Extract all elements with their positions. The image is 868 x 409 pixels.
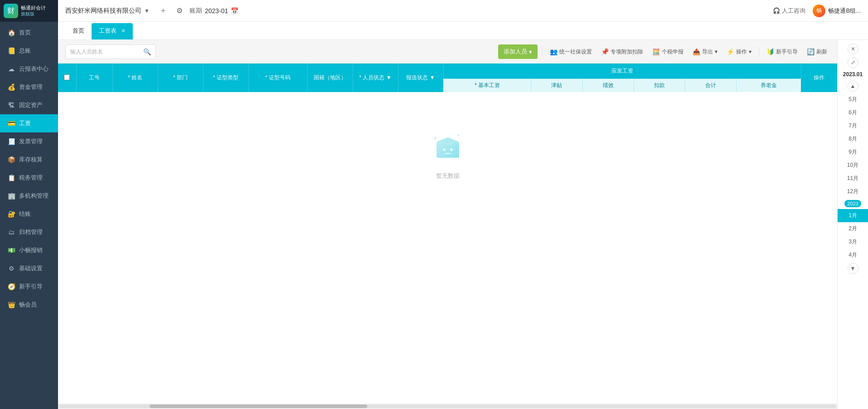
special-icon: 📌 [601,48,609,55]
nav-label-cloud-report: 云报表中心 [19,65,48,73]
month-9[interactable]: 9月 [838,146,868,159]
user-info[interactable]: 畅 畅捷通B组... [813,5,861,17]
th-checkbox[interactable] [58,63,76,92]
month-4[interactable]: 4月 [838,248,868,262]
th-cert-num: * 证型号码 [248,63,307,92]
month-10[interactable]: 10月 [838,159,868,172]
month-panel: ✕ ⤢ 2023.01 ▲ 5月 6月 7月 8月 9月 10月 11月 12月… [837,40,868,409]
select-all-checkbox[interactable] [64,74,70,80]
app-logo: 财 畅通好会计 旗舰版 [0,0,58,22]
action-special[interactable]: 📌 专项附加扣除 [598,44,646,59]
user-name: 畅捷通B组... [828,7,861,15]
sidebar-item-invoice[interactable]: 🧾发票管理 [0,132,58,151]
settings-btn[interactable]: ⚙ [173,5,186,17]
panel-expand-btn[interactable]: ⤢ [848,57,858,68]
month-5[interactable]: 5月 [838,93,868,106]
empty-state: ✦ ✦ ✦ 暂无数据 [58,92,837,216]
nav-icon-member: 👑 [7,301,15,309]
svg-point-4 [450,148,453,151]
h-scroll-thumb[interactable] [150,404,367,408]
header-actions: ＋ ⚙ [157,5,186,17]
svg-text:✦: ✦ [455,142,457,145]
action-tax[interactable]: 🧮 个税申报 [650,44,686,59]
th-allowance: 津贴 [531,79,582,93]
month-11[interactable]: 11月 [838,172,868,185]
sidebar-item-fixed-assets[interactable]: 🏗固定资产 [0,96,58,114]
year-badge[interactable]: 2023 [844,200,861,207]
sidebar-item-inventory[interactable]: 📦库存核算 [0,151,58,169]
month-1-active[interactable]: 1月 [838,209,868,222]
add-company-btn[interactable]: ＋ [157,5,170,17]
sidebar-item-tax[interactable]: 📋税务管理 [0,169,58,187]
period-value: 2023-01 [205,7,228,15]
panel-close-btn[interactable]: ✕ [848,44,858,54]
action-refresh[interactable]: 🔄 刷新 [804,44,830,59]
period-info: 账期 2023-01 📅 [189,7,238,15]
h-scrollbar[interactable] [58,404,837,409]
logo-icon: 财 [4,4,18,18]
sidebar-item-settings[interactable]: ⚙基础设置 [0,259,58,278]
nav-icon-payroll: 💳 [7,119,15,127]
sidebar-item-cloud-report[interactable]: ☁云报表中心 [0,60,58,78]
tab-payroll-label: 工资表 [99,27,116,35]
nav-icon-home: 🏠 [7,29,15,37]
th-pension: 养老金 [737,79,801,93]
user-avatar: 畅 [813,5,825,17]
add-person-arrow: ▾ [529,49,532,55]
sidebar-item-member[interactable]: 👑畅会员 [0,296,58,314]
sidebar-item-payroll[interactable]: 💳工资 [0,114,58,132]
empty-icon: ✦ ✦ ✦ [430,128,466,165]
tab-payroll[interactable]: 工资表 ✕ [92,23,133,39]
sidebar-item-archive[interactable]: 🗂归档管理 [0,223,58,241]
th-performance: 绩效 [582,79,634,93]
report-filter-icon[interactable]: ▼ [430,74,435,81]
nav-icon-cloud-report: ☁ [7,65,15,73]
nav-label-home: 首页 [19,29,31,37]
service-btn[interactable]: 🎧 人工咨询 [773,7,805,15]
nav-icon-archive: 🗂 [7,228,15,236]
sidebar-item-fund[interactable]: 💰资金管理 [0,78,58,96]
nav-label-settings: 基础设置 [19,264,43,273]
action-export[interactable]: 📤 导出 ▾ [690,44,720,59]
month-8[interactable]: 8月 [838,132,868,146]
month-7[interactable]: 7月 [838,119,868,132]
action-guide[interactable]: 🔰 新手引导 [764,44,800,59]
sidebar-item-ledger[interactable]: 📒总账 [0,42,58,60]
month-12[interactable]: 12月 [838,185,868,198]
month-scroll-down[interactable]: ▼ [848,263,858,274]
nav-icon-close: 🔐 [7,210,15,218]
app-sub: 旗舰版 [21,11,46,17]
top-header: 西安虾米网络科技有限公司 ▼ ＋ ⚙ 账期 2023-01 📅 🎧 人工咨询 畅… [58,0,868,22]
action-export-label: 导出 [702,48,713,56]
content-area: 🔍 添加人员 ▾ 👥 统一社保设置 📌 专项附加扣除 [58,40,837,409]
sidebar-nav: 🏠首页📒总账☁云报表中心💰资金管理🏗固定资产💳工资🧾发票管理📦库存核算📋税务管理… [0,22,58,409]
sidebar-item-guide[interactable]: 🧭新手引导 [0,278,58,296]
sidebar-item-close[interactable]: 🔐结账 [0,205,58,223]
action-ops[interactable]: ⚡ 操作 ▾ [724,44,754,59]
add-person-btn[interactable]: 添加人员 ▾ [498,44,538,59]
svg-text:✦: ✦ [457,133,460,137]
search-input[interactable] [70,49,143,55]
app-name: 畅通好会计 [21,5,46,11]
company-selector[interactable]: 西安虾米网络科技有限公司 ▼ [65,7,150,15]
month-6[interactable]: 6月 [838,106,868,119]
status-filter-icon[interactable]: ▼ [386,74,392,81]
main-area: 西安虾米网络科技有限公司 ▼ ＋ ⚙ 账期 2023-01 📅 🎧 人工咨询 畅… [58,0,868,409]
month-2[interactable]: 2月 [838,222,868,235]
sidebar-item-multi-org[interactable]: 🏢多机构管理 [0,187,58,205]
table-wrap: 工号 * 姓名 * 部门 * 证型类型 * 证型号码 国籍（地区） * 人员状态… [58,63,837,404]
action-social[interactable]: 👥 统一社保设置 [547,44,595,59]
calendar-icon[interactable]: 📅 [231,7,238,15]
month-scroll-up[interactable]: ▲ [848,81,858,92]
data-table: 工号 * 姓名 * 部门 * 证型类型 * 证型号码 国籍（地区） * 人员状态… [58,63,837,216]
nav-icon-guide: 🧭 [7,282,15,291]
sidebar-item-home[interactable]: 🏠首页 [0,24,58,42]
export-arrow: ▾ [715,49,718,55]
sidebar-item-expense[interactable]: 💵小畅报销 [0,241,58,259]
tab-close-icon[interactable]: ✕ [121,28,126,34]
action-ops-label: 操作 [736,48,747,56]
nav-label-inventory: 库存核算 [19,156,43,164]
search-icon[interactable]: 🔍 [143,48,151,55]
tab-home[interactable]: 首页 [65,23,92,39]
month-3[interactable]: 3月 [838,235,868,248]
